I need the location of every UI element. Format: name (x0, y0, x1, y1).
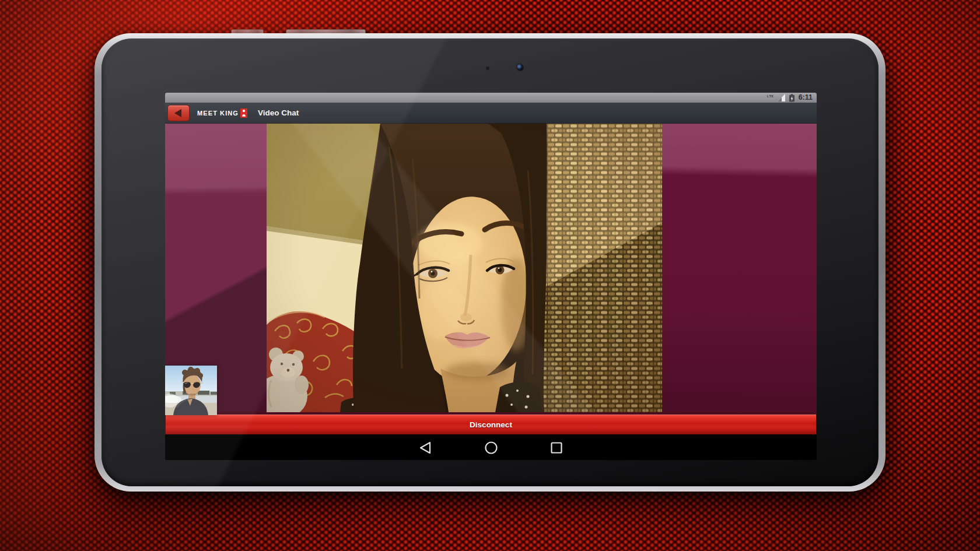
nav-back-icon[interactable] (418, 440, 433, 455)
nav-home-icon[interactable] (484, 440, 499, 455)
page-title: Video Chat (258, 108, 299, 117)
call-content (165, 124, 817, 412)
brand-logo-text: MEET KING (197, 110, 239, 117)
tablet-device: LTE 6:11 (94, 33, 886, 492)
disconnect-label: Disconnect (470, 420, 512, 429)
back-button[interactable] (167, 105, 190, 121)
remote-video-frame (267, 124, 662, 412)
self-view-frame (165, 366, 217, 415)
app-bar: MEET KING Video Chat (165, 103, 817, 124)
tablet-bezel: LTE 6:11 (102, 38, 878, 486)
right-filler-panel (662, 124, 817, 412)
front-camera-icon (517, 64, 523, 71)
screen: LTE 6:11 (165, 93, 817, 460)
remote-video[interactable] (267, 124, 662, 412)
lte-label: LTE (767, 94, 774, 98)
back-arrow-icon (174, 109, 181, 117)
ambient-sensor-dot (486, 66, 489, 70)
nav-recents-icon[interactable] (549, 440, 564, 455)
battery-charging-icon (789, 94, 795, 102)
status-bar: LTE 6:11 (165, 93, 817, 103)
android-nav-bar (165, 434, 817, 460)
signal-strength-icon (778, 94, 785, 101)
brand-logo-icon (240, 108, 247, 118)
scene-background: LTE 6:11 (0, 0, 980, 551)
disconnect-button[interactable]: Disconnect (165, 412, 817, 434)
clock: 6:11 (799, 93, 813, 103)
self-view-video[interactable] (165, 366, 217, 415)
